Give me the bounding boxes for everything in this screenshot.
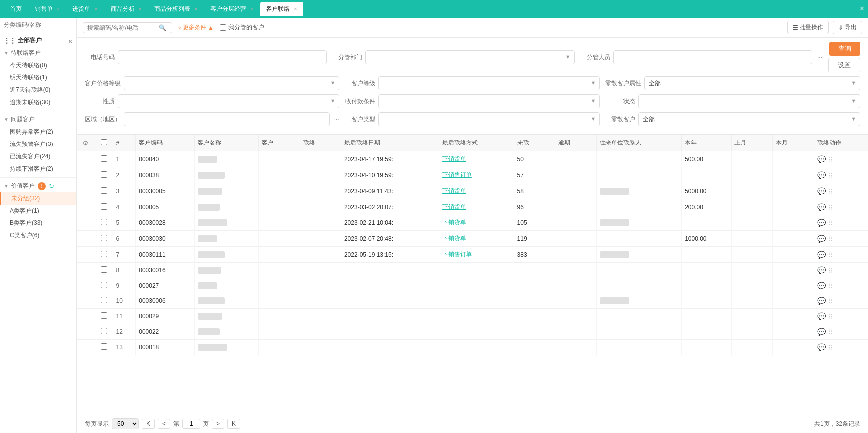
- contact-action-icon-6[interactable]: 💬: [817, 251, 826, 259]
- sidebar-search-input[interactable]: [4, 21, 77, 28]
- last-method-link-6[interactable]: 下销售订单: [442, 251, 472, 258]
- sidebar-item-class-b[interactable]: B类客户(33): [0, 217, 76, 229]
- filter-nature-select[interactable]: [118, 94, 339, 108]
- reset-button[interactable]: 设置: [828, 58, 860, 72]
- prev-page-button[interactable]: <: [158, 419, 170, 429]
- sidebar-item-declining[interactable]: 持续下滑客户(2): [0, 163, 76, 175]
- tab-sales-close[interactable]: ×: [57, 6, 60, 12]
- last-page-button[interactable]: K: [227, 419, 240, 429]
- more-action-icon-3[interactable]: ⁝⁝: [829, 203, 833, 211]
- filter-cust-level-select[interactable]: [378, 76, 600, 90]
- last-method-link-4[interactable]: 下销货单: [442, 219, 466, 226]
- row-checkbox-9[interactable]: [101, 297, 107, 303]
- region-dots-icon[interactable]: ···: [334, 116, 339, 123]
- first-page-button[interactable]: K: [142, 419, 155, 429]
- collapse-icon[interactable]: «: [68, 37, 72, 45]
- more-action-icon-0[interactable]: ⁝⁝: [829, 155, 833, 163]
- query-button[interactable]: 查询: [829, 42, 860, 56]
- tab-home[interactable]: 首页: [4, 2, 28, 16]
- filter-scatter-cust-select[interactable]: 全部: [638, 112, 860, 126]
- row-checkbox-1[interactable]: [101, 171, 107, 178]
- more-action-icon-11[interactable]: ⁝⁝: [829, 328, 833, 336]
- my-customers-checkbox[interactable]: [220, 24, 226, 31]
- filter-search-input[interactable]: [87, 24, 157, 31]
- problem-group[interactable]: ▼ 问题客户: [0, 113, 76, 126]
- row-checkbox-0[interactable]: [101, 155, 107, 162]
- next-page-button[interactable]: >: [212, 419, 224, 429]
- sidebar-item-churned[interactable]: 已流失客户(24): [0, 150, 76, 163]
- more-conditions-button[interactable]: ▿ 更多条件 ▲: [178, 23, 214, 32]
- sidebar-item-ungroup[interactable]: 未分组(32): [0, 192, 76, 205]
- filter-scatter-attr-select[interactable]: 全部: [644, 76, 860, 90]
- settings-icon[interactable]: ⚙: [82, 139, 89, 147]
- more-action-icon-5[interactable]: ⁝⁝: [829, 235, 833, 243]
- more-action-icon-10[interactable]: ⁝⁝: [829, 312, 833, 320]
- sidebar-item-abnormal[interactable]: 囤购异常客户(2): [0, 126, 76, 138]
- pending-group[interactable]: ▼ 待联络客户: [0, 47, 76, 59]
- more-action-icon-2[interactable]: ⁝⁝: [829, 187, 833, 195]
- per-page-select[interactable]: 50 100 200: [112, 418, 139, 429]
- row-checkbox-4[interactable]: [101, 219, 107, 225]
- contact-action-icon-11[interactable]: 💬: [817, 328, 826, 336]
- more-action-icon-8[interactable]: ⁝⁝: [829, 282, 833, 289]
- more-action-icon-6[interactable]: ⁝⁝: [829, 251, 833, 259]
- export-button[interactable]: ⇓ 导出: [833, 21, 862, 34]
- sidebar-item-churning[interactable]: 流失预警客户(3): [0, 138, 76, 150]
- filter-price-level-select[interactable]: [124, 76, 339, 90]
- close-all-button[interactable]: ×: [860, 4, 864, 13]
- contact-action-icon-8[interactable]: 💬: [817, 282, 826, 289]
- sidebar-item-class-c[interactable]: C类客户(6): [0, 229, 76, 242]
- contact-action-icon-4[interactable]: 💬: [817, 219, 826, 227]
- contact-action-icon-3[interactable]: 💬: [817, 203, 826, 211]
- filter-status-select[interactable]: [638, 94, 860, 108]
- tab-purchase[interactable]: 进货单 ×: [67, 2, 103, 16]
- sidebar-item-today[interactable]: 今天待联络(0): [0, 59, 76, 72]
- filter-payment-select[interactable]: [378, 94, 600, 108]
- filter-manager-input[interactable]: [613, 50, 812, 64]
- sidebar-item-overdue[interactable]: 逾期未联络(30): [0, 96, 76, 109]
- tab-customer-segment-close[interactable]: ×: [250, 6, 253, 12]
- tab-purchase-close[interactable]: ×: [94, 6, 97, 12]
- tab-sales[interactable]: 销售单 ×: [29, 2, 66, 16]
- more-action-icon-1[interactable]: ⁝⁝: [829, 171, 833, 179]
- contact-action-icon-5[interactable]: 💬: [817, 235, 826, 243]
- contact-action-icon-0[interactable]: 💬: [817, 155, 826, 163]
- sidebar-item-class-a[interactable]: A类客户(1): [0, 205, 76, 217]
- last-method-link-5[interactable]: 下销货单: [442, 235, 466, 242]
- select-all-checkbox[interactable]: [101, 139, 107, 145]
- row-checkbox-2[interactable]: [101, 187, 107, 194]
- all-customers-header[interactable]: ⋮⋮ 全部客户 «: [0, 32, 76, 47]
- filter-region-input[interactable]: [124, 112, 330, 126]
- filter-search-icon[interactable]: 🔍: [159, 24, 166, 31]
- tab-analysis-close[interactable]: ×: [138, 6, 141, 12]
- more-action-icon-12[interactable]: ⁝⁝: [829, 343, 833, 351]
- refresh-icon[interactable]: ↻: [49, 182, 54, 190]
- more-action-icon-7[interactable]: ⁝⁝: [829, 266, 833, 274]
- tab-customer-segment[interactable]: 客户分层经营 ×: [204, 2, 259, 16]
- filter-phone-input[interactable]: [118, 50, 327, 64]
- contact-action-icon-9[interactable]: 💬: [817, 297, 826, 305]
- contact-action-icon-2[interactable]: 💬: [817, 187, 826, 195]
- page-number-input[interactable]: [182, 419, 200, 429]
- more-action-icon-9[interactable]: ⁝⁝: [829, 297, 833, 305]
- row-checkbox-7[interactable]: [101, 266, 107, 273]
- row-checkbox-10[interactable]: [101, 312, 107, 319]
- more-action-icon-4[interactable]: ⁝⁝: [829, 219, 833, 227]
- sidebar-item-7days[interactable]: 近7天待联络(0): [0, 84, 76, 96]
- last-method-link-3[interactable]: 下销货单: [442, 203, 466, 210]
- row-checkbox-12[interactable]: [101, 343, 107, 350]
- score-group[interactable]: ▼ 价值客户 ! ↻: [0, 180, 76, 192]
- tab-analysis[interactable]: 商品分析 ×: [105, 2, 147, 16]
- contact-action-icon-1[interactable]: 💬: [817, 171, 826, 179]
- last-method-link-0[interactable]: 下销货单: [442, 155, 466, 162]
- tab-customer-contact-close[interactable]: ×: [294, 6, 297, 12]
- row-checkbox-11[interactable]: [101, 328, 107, 334]
- filter-cust-type-select[interactable]: [378, 112, 600, 126]
- contact-action-icon-10[interactable]: 💬: [817, 312, 826, 320]
- tab-analysis-list[interactable]: 商品分析列表 ×: [148, 2, 203, 16]
- sidebar-item-tomorrow[interactable]: 明天待联络(1): [0, 72, 76, 84]
- row-checkbox-3[interactable]: [101, 203, 107, 210]
- tab-customer-contact[interactable]: 客户联络 ×: [260, 2, 303, 16]
- row-checkbox-8[interactable]: [101, 282, 107, 288]
- tab-analysis-list-close[interactable]: ×: [194, 6, 197, 12]
